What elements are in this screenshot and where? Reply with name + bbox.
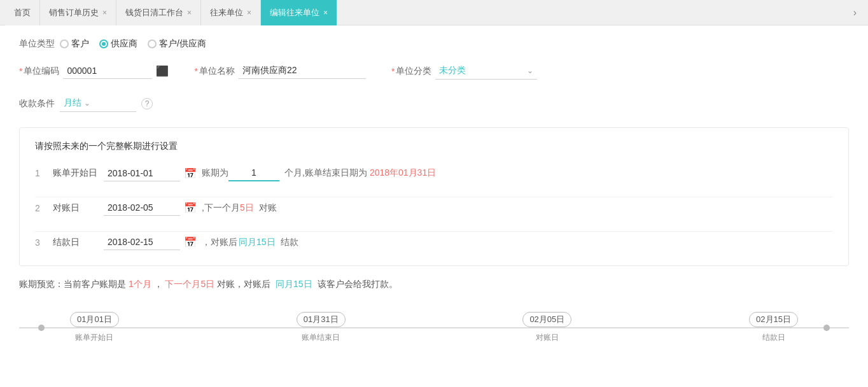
date-input-1-wrapper: 📅 [104,165,197,181]
settings-title: 请按照未来的一个完整帐期进行设置 [35,141,833,152]
timeline-wrapper: 01月01日 账单开始日 01月31日 账单结束日 02月05日 对账日 02月… [38,312,830,343]
unit-code-input-wrapper: ⬛ [63,63,169,79]
period-input[interactable] [228,165,279,181]
timeline-node-1-bubble: 01月01日 [70,312,119,327]
unit-code-label: 单位编码 [24,66,59,77]
unit-type-label: 单位类型 [19,38,55,50]
timeline-node-2-label: 账单结束日 [302,332,340,343]
unit-code-field: * 单位编码 ⬛ [19,63,169,79]
timeline-container: 01月01日 账单开始日 01月31日 账单结束日 02月05日 对账日 02月… [19,306,849,349]
unit-category-dropdown[interactable]: 未分类 ⌄ [435,62,537,80]
unit-category-value: 未分类 [439,65,466,76]
unit-category-star: * [391,66,395,76]
payment-terms-value: 月结 [64,97,81,109]
tab-partners[interactable]: 往来单位 × [201,0,261,25]
radio-customer-circle [60,39,69,48]
tab-sales-history[interactable]: 销售订单历史 × [40,0,116,25]
tab-edit-partner-label: 编辑往来单位 [270,7,319,18]
preview-middle: 对账，对账后 [217,279,270,289]
payment-terms-row: 收款条件 月结 ⌄ ? [19,95,849,112]
tab-home-label: 首页 [14,7,31,18]
main-content: 单位类型 客户 供应商 客户/供应商 * 单位编码 [0,25,868,387]
setting-row-2: 2 对账日 📅 ,下一个月 5日 对账 [35,200,833,218]
unit-category-field: * 单位分类 未分类 ⌄ [391,62,537,80]
unit-code-input[interactable] [63,63,152,79]
date-input-3[interactable] [104,234,180,250]
preview-suffix: 该客户会给我打款。 [318,279,398,289]
timeline-node-2-bubble: 01月31日 [297,312,346,327]
unit-fields-row: * 单位编码 ⬛ * 单位名称 * 单位分类 未分类 ⌄ [19,62,849,80]
date-input-1[interactable] [104,165,180,181]
radio-both-label: 客户/供应商 [159,38,206,50]
preview-prefix: 账期预览：当前客户账期是 [19,279,126,289]
tab-edit-partner-close[interactable]: × [323,8,328,17]
setting-desc-2b: 对账 [259,202,277,214]
setting-highlight-3: 同月15日 [239,237,276,248]
unit-name-star: * [194,66,197,76]
help-icon[interactable]: ? [141,98,153,109]
preview-text: 账期预览：当前客户账期是 1个月 ， 下一个月5日 对账，对账后 同月15日 该… [19,279,849,290]
unit-category-label: 单位分类 [396,66,431,77]
payment-terms-dropdown[interactable]: 月结 ⌄ [60,95,136,112]
calendar-icon-3[interactable]: 📅 [184,236,197,248]
setting-row-1: 1 账单开始日 📅 账期为 个月,账单结束日期为 2018年01月31日 [35,165,833,184]
timeline-node-1-label: 账单开始日 [75,332,113,343]
setting-desc-3a: ，对账后 [202,237,237,248]
setting-row-3: 3 结款日 📅 ，对账后 同月15日 结款 [35,234,833,253]
preview-highlight2: 下一个月5日 [165,279,214,289]
setting-value-2: 📅 ,下一个月 5日 对账 [104,200,277,216]
tab-edit-partner[interactable]: 编辑往来单位 × [261,0,337,25]
unit-name-field: * 单位名称 [194,63,365,79]
radio-both[interactable]: 客户/供应商 [148,38,206,50]
unit-category-arrow: ⌄ [527,66,533,75]
timeline-nodes: 01月01日 账单开始日 01月31日 账单结束日 02月05日 对账日 02月… [45,312,823,343]
tab-home[interactable]: 首页 [5,0,40,25]
calendar-icon-1[interactable]: 📅 [184,167,197,179]
setting-desc-prefix-1: 账期为 [202,167,228,179]
preview-highlight1: 1个月 [129,279,151,289]
timeline-node-3-bubble: 02月05日 [522,312,571,327]
timeline-node-3-label: 对账日 [536,332,559,343]
setting-index-2: 2 [35,203,53,213]
unit-type-radio-group: 客户 供应商 客户/供应商 [60,38,206,50]
unit-name-input[interactable] [239,63,366,79]
timeline-end-dot [823,325,830,331]
radio-supplier-circle [99,39,108,48]
tab-more-button[interactable]: › [847,7,863,18]
copy-icon[interactable]: ⬛ [156,65,169,77]
preview-highlight3: 同月15日 [276,279,312,289]
date-input-2[interactable] [104,200,180,216]
setting-desc-suffix-1: 个月,账单结束日期为 [284,167,367,179]
setting-desc-2a: ,下一个月 [202,202,240,214]
tab-cash-goods-close[interactable]: × [187,8,192,17]
date-input-2-wrapper: 📅 [104,200,197,216]
unit-type-row: 单位类型 客户 供应商 客户/供应商 [19,38,849,50]
setting-index-1: 1 [35,168,53,178]
tab-cash-goods-label: 钱货日清工作台 [125,7,183,18]
setting-value-3: 📅 ，对账后 同月15日 结款 [104,234,298,250]
radio-supplier[interactable]: 供应商 [99,38,137,50]
tab-bar: 首页 销售订单历史 × 钱货日清工作台 × 往来单位 × 编辑往来单位 × › [0,0,868,25]
timeline-node-4: 02月15日 结款日 [749,312,798,343]
tab-partners-close[interactable]: × [247,8,251,17]
radio-customer[interactable]: 客户 [60,38,89,50]
setting-name-1: 账单开始日 [53,167,104,179]
timeline-node-2: 01月31日 账单结束日 [297,312,346,343]
timeline-node-4-bubble: 02月15日 [749,312,798,327]
timeline-start-dot [38,325,45,331]
calendar-icon-2[interactable]: 📅 [184,202,197,214]
timeline-node-1: 01月01日 账单开始日 [70,312,119,343]
setting-value-1: 📅 账期为 个月,账单结束日期为 2018年01月31日 [104,165,436,181]
timeline-node-4-label: 结款日 [762,332,785,343]
tab-sales-history-label: 销售订单历史 [49,7,99,18]
payment-terms-arrow: ⌄ [84,99,90,108]
tab-partners-label: 往来单位 [210,7,243,18]
tab-cash-goods[interactable]: 钱货日清工作台 × [116,0,201,25]
tab-sales-history-close[interactable]: × [102,8,107,17]
setting-name-2: 对账日 [53,202,104,214]
radio-customer-label: 客户 [71,38,89,50]
divider-2 [35,231,833,232]
setting-highlight-2: 5日 [240,202,254,214]
timeline-node-3: 02月05日 对账日 [522,312,571,343]
payment-terms-label: 收款条件 [19,98,55,109]
